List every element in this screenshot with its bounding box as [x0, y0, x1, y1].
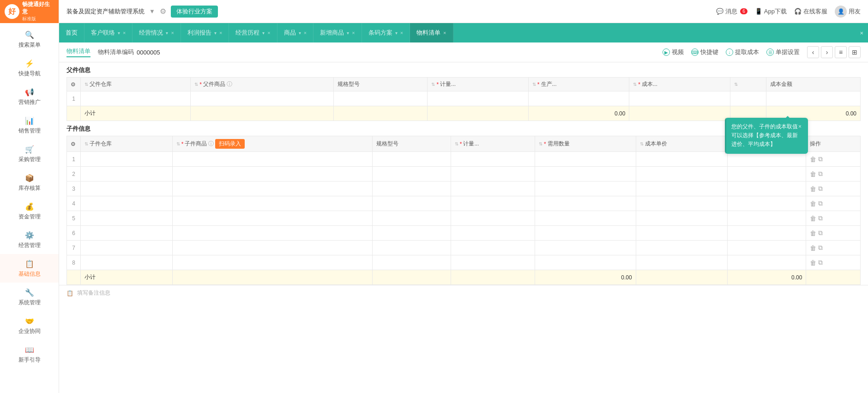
- child-row-4-warehouse[interactable]: [81, 196, 173, 211]
- tab-customer-close[interactable]: ×: [123, 30, 126, 36]
- shortcut-button[interactable]: ⌨ 快捷键: [691, 48, 718, 56]
- child-row-1-copy-icon[interactable]: ⧉: [818, 155, 823, 163]
- child-row-1-quantity[interactable]: [535, 152, 636, 167]
- sidebar-item-sales[interactable]: 📊 销售管理: [0, 111, 59, 139]
- trial-button[interactable]: 体验行业方案: [171, 6, 218, 18]
- child-row-6-spec[interactable]: [372, 226, 451, 241]
- child-row-3-unit-price[interactable]: [636, 181, 728, 196]
- child-row-6-warehouse[interactable]: [81, 226, 173, 241]
- tab-addproduct[interactable]: 新增商品 ▾ ×: [313, 23, 362, 42]
- child-row-2-unit-price[interactable]: [636, 167, 728, 181]
- child-row-6-cost-amount[interactable]: [728, 226, 806, 241]
- child-row-3-delete-icon[interactable]: 🗑: [810, 185, 816, 193]
- tab-barcode[interactable]: 条码方案 ▾ ×: [362, 23, 410, 42]
- child-row-6-delete-icon[interactable]: 🗑: [810, 230, 816, 237]
- parent-col-settings[interactable]: ⚙: [67, 78, 81, 91]
- child-row-3-cost-amount[interactable]: [728, 181, 806, 196]
- child-row-5-quantity[interactable]: [535, 211, 636, 226]
- child-row-2-delete-icon[interactable]: 🗑: [810, 170, 816, 178]
- child-row-3-quantity[interactable]: [535, 181, 636, 196]
- parent-row-1-spec[interactable]: [333, 91, 428, 106]
- child-row-7-delete-icon[interactable]: 🗑: [810, 244, 816, 252]
- child-row-7-warehouse[interactable]: [81, 241, 173, 255]
- child-row-5-delete-icon[interactable]: 🗑: [810, 215, 816, 222]
- prev-button[interactable]: ‹: [807, 46, 819, 58]
- sub-tab-bom[interactable]: 物料清单: [66, 47, 90, 57]
- child-row-2-spec[interactable]: [372, 167, 451, 181]
- parent-col-product-info[interactable]: ⓘ: [227, 80, 232, 88]
- child-row-6-quantity[interactable]: [535, 226, 636, 241]
- child-row-4-quantity[interactable]: [535, 196, 636, 211]
- parent-col-product-sort[interactable]: ⇅: [194, 82, 198, 87]
- tab-barcode-close[interactable]: ×: [400, 30, 403, 36]
- child-row-4-spec[interactable]: [372, 196, 451, 211]
- sidebar-item-inventory[interactable]: 📦 库存核算: [0, 168, 59, 197]
- child-row-8-quantity[interactable]: [535, 255, 636, 270]
- child-row-4-unit-price[interactable]: [636, 196, 728, 211]
- single-setting-button[interactable]: ☰ 单据设置: [766, 48, 800, 56]
- parent-row-1-cost-amount[interactable]: [766, 91, 861, 106]
- child-row-8-copy-icon[interactable]: ⧉: [818, 259, 823, 266]
- child-row-5-warehouse[interactable]: [81, 211, 173, 226]
- app-download-button[interactable]: 📱 App下载: [755, 7, 787, 16]
- online-service-button[interactable]: 🎧 在线客服: [794, 7, 827, 16]
- parent-row-1-prod[interactable]: [528, 91, 629, 106]
- child-row-7-unit-price[interactable]: [636, 241, 728, 255]
- tab-addproduct-close[interactable]: ×: [352, 30, 355, 36]
- child-row-7-copy-icon[interactable]: ⧉: [818, 244, 823, 252]
- child-row-4-product[interactable]: [172, 196, 372, 211]
- child-row-1-unit[interactable]: [451, 152, 535, 167]
- child-row-8-cost-amount[interactable]: [728, 255, 806, 270]
- tab-history-close[interactable]: ×: [267, 30, 270, 36]
- child-row-4-unit[interactable]: [451, 196, 535, 211]
- child-col-unit-sort[interactable]: ⇅: [455, 141, 458, 146]
- parent-row-1-unit[interactable]: [428, 91, 528, 106]
- user-menu-button[interactable]: 👤 用友: [835, 6, 861, 18]
- child-row-3-unit[interactable]: [451, 181, 535, 196]
- child-row-5-copy-icon[interactable]: ⧉: [818, 214, 823, 222]
- sidebar-item-basic[interactable]: 📋 基础信息: [0, 254, 59, 283]
- child-col-unit-price-sort[interactable]: ⇅: [640, 141, 644, 146]
- topbar-dropdown-icon[interactable]: ▼: [149, 8, 155, 15]
- tab-bom-close[interactable]: ×: [443, 30, 446, 36]
- menu-button[interactable]: ≡: [835, 46, 847, 58]
- child-row-8-unit[interactable]: [451, 255, 535, 270]
- child-row-8-spec[interactable]: [372, 255, 451, 270]
- child-row-7-cost-amount[interactable]: [728, 241, 806, 255]
- child-row-8-unit-price[interactable]: [636, 255, 728, 270]
- child-col-settings[interactable]: ⚙: [67, 136, 81, 152]
- parent-row-1-warehouse[interactable]: [81, 91, 191, 106]
- sidebar-item-coop[interactable]: 🤝 企业协同: [0, 311, 59, 340]
- child-row-7-spec[interactable]: [372, 241, 451, 255]
- sidebar-item-marketing[interactable]: 📢 营销推广: [0, 82, 59, 111]
- child-row-3-warehouse[interactable]: [81, 181, 173, 196]
- child-row-3-spec[interactable]: [372, 181, 451, 196]
- parent-col-prod-sort[interactable]: ⇅: [532, 82, 536, 87]
- parent-row-1-cost[interactable]: [629, 91, 730, 106]
- child-row-1-product[interactable]: [172, 152, 372, 167]
- parent-col-unit-sort[interactable]: ⇅: [431, 82, 435, 87]
- child-col-warehouse-sort[interactable]: ⇅: [84, 141, 88, 146]
- child-row-1-spec[interactable]: [372, 152, 451, 167]
- tab-operations[interactable]: 经营情况 ▾ ×: [133, 23, 181, 42]
- child-row-2-quantity[interactable]: [535, 167, 636, 181]
- child-row-6-product[interactable]: [172, 226, 372, 241]
- parent-row-1-extra[interactable]: [730, 91, 766, 106]
- next-button[interactable]: ›: [821, 46, 833, 58]
- child-row-5-unit[interactable]: [451, 211, 535, 226]
- sidebar-item-system[interactable]: 🔧 系统管理: [0, 283, 59, 311]
- child-row-3-copy-icon[interactable]: ⧉: [818, 185, 823, 193]
- child-row-1-unit-price[interactable]: [636, 152, 728, 167]
- child-col-product-sort[interactable]: ⇅: [176, 141, 180, 146]
- parent-col-cost-sort[interactable]: ⇅: [633, 82, 637, 87]
- child-row-5-unit-price[interactable]: [636, 211, 728, 226]
- child-row-1-delete-icon[interactable]: 🗑: [810, 156, 816, 163]
- child-row-5-product[interactable]: [172, 211, 372, 226]
- sidebar-item-purchase[interactable]: 🛒 采购管理: [0, 139, 59, 168]
- topbar-settings-icon[interactable]: ⚙: [160, 7, 166, 16]
- child-row-6-copy-icon[interactable]: ⧉: [818, 229, 823, 237]
- child-row-8-delete-icon[interactable]: 🗑: [810, 259, 816, 266]
- scan-input-button[interactable]: 扫码录入: [215, 139, 245, 149]
- tab-product[interactable]: 商品 ▾ ×: [277, 23, 313, 42]
- child-row-1-warehouse[interactable]: [81, 152, 173, 167]
